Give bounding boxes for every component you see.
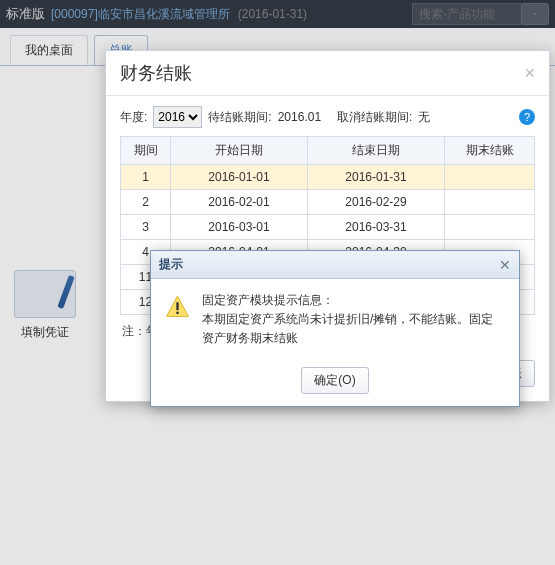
col-start: 开始日期: [171, 137, 308, 165]
table-row[interactable]: 22016-02-012016-02-29: [121, 190, 535, 215]
pending-label: 待结账期间:: [208, 109, 271, 126]
year-select[interactable]: 2016: [153, 106, 202, 128]
ok-button[interactable]: 确定(O): [301, 367, 368, 394]
dialog-message: 固定资产模块提示信息： 本期固定资产系统尚未计提折旧/摊销，不能结账。固定资产财…: [202, 291, 505, 349]
table-row[interactable]: 12016-01-012016-01-31: [121, 165, 535, 190]
cancel-period-label: 取消结账期间:: [337, 109, 412, 126]
close-icon[interactable]: ×: [524, 63, 535, 84]
year-label: 年度:: [120, 109, 147, 126]
warning-icon: [165, 291, 190, 323]
col-period: 期间: [121, 137, 171, 165]
svg-rect-3: [176, 302, 178, 310]
col-end: 结束日期: [308, 137, 445, 165]
cancel-period-value: 无: [418, 109, 430, 126]
modal-title: 财务结账: [120, 61, 192, 85]
table-row[interactable]: 32016-03-012016-03-31: [121, 215, 535, 240]
alert-dialog: 提示 ✕ 固定资产模块提示信息： 本期固定资产系统尚未计提折旧/摊销，不能结账。…: [150, 250, 520, 407]
help-icon[interactable]: ?: [519, 109, 535, 125]
svg-rect-4: [176, 312, 178, 314]
dialog-close-icon[interactable]: ✕: [499, 257, 511, 273]
col-closed: 期末结账: [445, 137, 535, 165]
pending-value: 2016.01: [278, 110, 321, 124]
dialog-title: 提示: [159, 256, 183, 273]
